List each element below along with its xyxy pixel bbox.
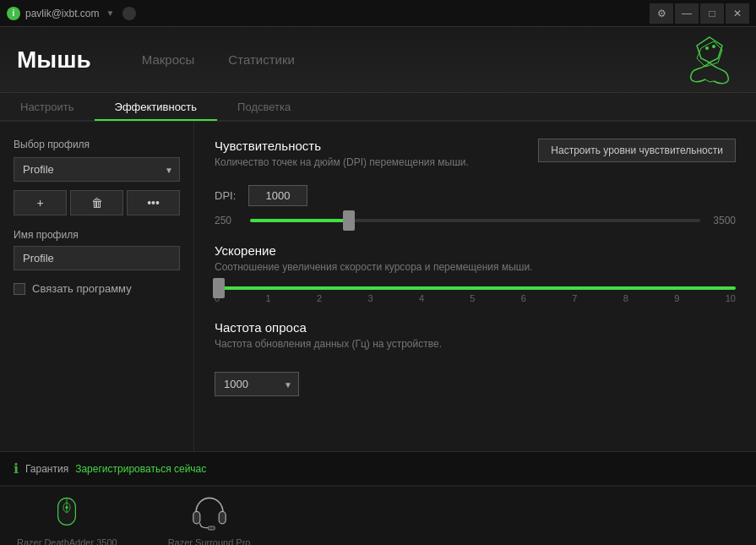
- user-dropdown-arrow[interactable]: ▼: [106, 8, 115, 18]
- main-nav: Макросы Статистики: [142, 49, 295, 70]
- sensitivity-section: Чувствительность Количество точек на дюй…: [215, 139, 736, 226]
- profile-name-label: Имя профиля: [14, 229, 180, 241]
- close-button[interactable]: ✕: [726, 3, 749, 24]
- register-link[interactable]: Зарегистрироваться сейчас: [75, 463, 206, 475]
- device-headset[interactable]: Razer Surround Pro: [168, 492, 251, 545]
- dpi-slider-thumb[interactable]: [343, 210, 355, 231]
- device-bar: Razer DeathAdder 3500 Razer Surround Pro: [0, 485, 756, 545]
- sensitivity-header: Чувствительность Количество точек на дюй…: [215, 139, 736, 182]
- profile-select[interactable]: Profile: [14, 157, 180, 182]
- info-icon: ℹ: [14, 461, 19, 477]
- dpi-slider-container: 250 3500: [215, 215, 736, 226]
- acceleration-desc: Соотношение увеличения скорости курсора …: [215, 261, 736, 273]
- subnav-performance[interactable]: Эффективность: [95, 94, 218, 121]
- accel-scale-10: 10: [726, 293, 736, 303]
- dpi-label: DPI:: [215, 189, 248, 202]
- accel-scale-5: 5: [470, 293, 475, 303]
- accel-slider-wrapper: 0 1 2 3 4 5 6 7 8 9 10: [215, 286, 736, 303]
- acceleration-section: Ускорение Соотношение увеличения скорост…: [215, 243, 736, 303]
- accel-scale-9: 9: [674, 293, 679, 303]
- svg-point-5: [66, 506, 68, 509]
- profile-select-wrapper: Profile ▼: [14, 157, 180, 182]
- profile-name-input[interactable]: [14, 246, 180, 270]
- headset-icon: [188, 492, 231, 534]
- header: Мышь Макросы Статистики: [0, 27, 756, 93]
- delete-profile-button[interactable]: 🗑: [70, 190, 123, 215]
- accel-slider-fill: [215, 286, 736, 290]
- sensitivity-title-group: Чувствительность Количество точек на дюй…: [215, 139, 469, 182]
- acceleration-title: Ускорение: [215, 243, 736, 258]
- add-profile-button[interactable]: +: [14, 190, 67, 215]
- accel-scale-6: 6: [521, 293, 526, 303]
- app-title: Мышь: [17, 46, 91, 74]
- settings-button[interactable]: ⚙: [650, 3, 673, 24]
- svg-rect-7: [219, 511, 226, 523]
- mouse-icon: [46, 492, 88, 534]
- user-email: pavlik@ixbt.com: [25, 8, 100, 19]
- accel-slider-thumb[interactable]: [213, 278, 225, 298]
- configure-sensitivity-button[interactable]: Настроить уровни чувствительности: [538, 139, 736, 162]
- device-mouse-name: Razer DeathAdder 3500: [17, 537, 117, 545]
- polling-select[interactable]: 125 500 1000: [215, 372, 299, 396]
- dpi-row: DPI:: [215, 185, 736, 206]
- warranty-label: Гарантия: [25, 463, 68, 475]
- sensitivity-title: Чувствительность: [215, 139, 469, 153]
- window-controls: ⚙ — □ ✕: [650, 3, 749, 24]
- accel-slider-track[interactable]: [215, 286, 736, 290]
- nav-tab-macros[interactable]: Макросы: [142, 49, 195, 70]
- svg-point-1: [712, 45, 715, 48]
- accel-scale: 0 1 2 3 4 5 6 7 8 9 10: [215, 293, 736, 303]
- titlebar: i pavlik@ixbt.com ▼ ⚙ — □ ✕: [0, 0, 756, 27]
- razer-logo: [680, 29, 739, 91]
- right-panel: Чувствительность Количество точек на дюй…: [194, 122, 756, 451]
- minimize-button[interactable]: —: [675, 3, 699, 24]
- globe-icon[interactable]: [122, 7, 136, 20]
- svg-rect-8: [208, 526, 215, 530]
- accel-scale-7: 7: [572, 293, 577, 303]
- polling-select-wrapper: 125 500 1000 ▼: [215, 372, 299, 396]
- profile-select-label: Выбор профиля: [14, 139, 180, 150]
- subnav: Настроить Эффективность Подсветка: [0, 93, 756, 122]
- device-mouse[interactable]: Razer DeathAdder 3500: [17, 492, 117, 545]
- sidebar: Выбор профиля Profile ▼ + 🗑 ••• Имя проф…: [0, 122, 194, 451]
- device-headset-name: Razer Surround Pro: [168, 537, 251, 545]
- profile-actions: + 🗑 •••: [14, 190, 180, 215]
- link-program-wrapper: Связать программу: [14, 282, 180, 295]
- sensitivity-desc: Количество точек на дюйм (DPI) перемещен…: [215, 156, 469, 168]
- nav-tab-stats[interactable]: Статистики: [228, 49, 295, 70]
- accel-scale-3: 3: [367, 293, 373, 303]
- polling-desc: Частота обновления данных (Гц) на устрой…: [215, 338, 736, 350]
- accel-scale-1: 1: [265, 293, 270, 303]
- subnav-configure[interactable]: Настроить: [0, 94, 95, 121]
- more-profile-button[interactable]: •••: [127, 190, 180, 215]
- link-program-label: Связать программу: [32, 282, 132, 295]
- dpi-slider-fill: [250, 219, 349, 222]
- link-program-checkbox[interactable]: [14, 283, 25, 295]
- polling-section: Частота опроса Частота обновления данных…: [215, 320, 736, 396]
- dpi-slider-max: 3500: [710, 215, 736, 226]
- trash-icon: 🗑: [91, 196, 103, 210]
- svg-point-0: [705, 46, 709, 50]
- subnav-lighting[interactable]: Подсветка: [217, 94, 311, 121]
- footer: ℹ Гарантия Зарегистрироваться сейчас: [0, 451, 756, 485]
- maximize-button[interactable]: □: [700, 3, 724, 24]
- accel-scale-2: 2: [317, 293, 322, 303]
- svg-rect-6: [193, 511, 199, 523]
- user-avatar: i: [7, 7, 20, 20]
- content-wrapper: Выбор профиля Profile ▼ + 🗑 ••• Имя проф…: [0, 122, 756, 451]
- dpi-slider-track[interactable]: [250, 219, 700, 222]
- dpi-input[interactable]: [248, 185, 307, 206]
- dpi-slider-min: 250: [215, 215, 240, 226]
- titlebar-left: i pavlik@ixbt.com ▼: [7, 7, 650, 20]
- accel-scale-4: 4: [419, 293, 424, 303]
- accel-scale-8: 8: [623, 293, 628, 303]
- polling-title: Частота опроса: [215, 320, 736, 335]
